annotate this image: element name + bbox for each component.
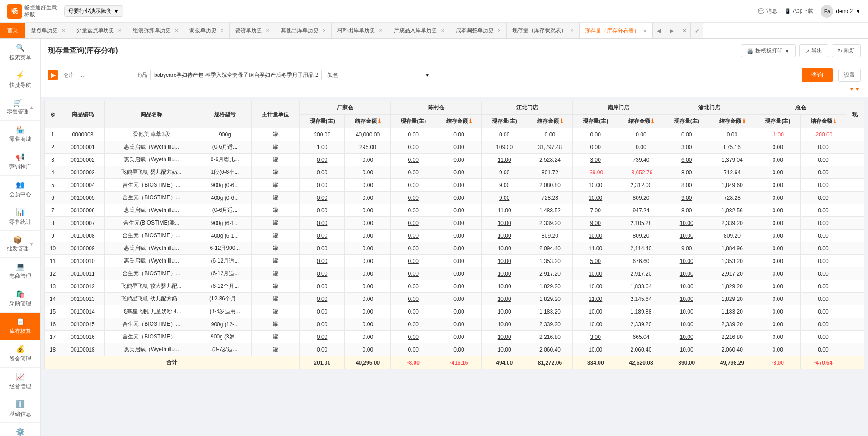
sidebar-item-ops[interactable]: 📈 经营管理 bbox=[0, 368, 40, 395]
cell-f-amount: 0.00 bbox=[345, 293, 391, 305]
tab-cstadj[interactable]: 成本调整单历史 ✕ bbox=[450, 23, 507, 39]
sidebar-item-retail-stat[interactable]: 📊 零售统计 bbox=[0, 203, 40, 231]
tab-close-icon[interactable]: ✕ bbox=[175, 28, 178, 33]
cell-na-amount: 2,105.28 bbox=[618, 217, 664, 230]
col-f-stock: 现存量(主) bbox=[299, 115, 345, 128]
search-bar: ▶ 仓库 商品 颜色 ▼ 查询 设置 bbox=[41, 63, 868, 97]
cell-jb-amount: 1,353.20 bbox=[527, 255, 573, 267]
refresh-icon: ↻ bbox=[838, 48, 842, 54]
sidebar-item-mall[interactable]: 🏪 零售商城 bbox=[0, 121, 40, 148]
cell-seq: 11 bbox=[45, 255, 61, 267]
cell-na-stock: 5.00 bbox=[573, 255, 618, 267]
total-row: 合计 201.00 40,295.00 -8.00 -416.16 494.00… bbox=[45, 356, 864, 369]
cell-jb-stock: 10.00 bbox=[481, 343, 527, 356]
table-row: 10 00100009 惠氏启赋（Wyeth illu... 6-12月900.… bbox=[45, 242, 864, 255]
cell-c-stock: 0.00 bbox=[391, 280, 436, 293]
tab-zzcx[interactable]: 组装拆卸单历史 ✕ bbox=[127, 23, 184, 39]
expand-conditions-btn[interactable]: ▼▼ bbox=[849, 86, 861, 92]
sidebar-item-ecommerce[interactable]: 💻 电商管理 bbox=[0, 258, 40, 285]
cell-c-stock: 0.00 bbox=[391, 154, 436, 166]
search-btn[interactable]: 查询 bbox=[802, 68, 833, 82]
cell-f-amount: 0.00 bbox=[345, 217, 391, 230]
tab-arrow-right[interactable]: ▶ bbox=[665, 23, 678, 39]
cell-extra bbox=[846, 128, 864, 141]
cell-t-stock: 0.00 bbox=[755, 192, 801, 204]
tab-yohuo[interactable]: 要货单历史 ✕ bbox=[230, 23, 275, 39]
export-btn[interactable]: ↗ 导出 bbox=[799, 44, 828, 57]
tab-stock-state[interactable]: 现存量（库存状况表） ✕ bbox=[507, 23, 580, 39]
cell-seq: 10 bbox=[45, 242, 61, 255]
cell-extra bbox=[846, 204, 864, 217]
cell-c-amount: 0.00 bbox=[436, 179, 481, 192]
total-yb-stock: 390.00 bbox=[664, 356, 709, 369]
cell-extra bbox=[846, 166, 864, 179]
message-btn[interactable]: 💬 消息 bbox=[758, 7, 777, 15]
tab-arrow-left[interactable]: ◀ bbox=[652, 23, 665, 39]
cell-na-amount: 739.40 bbox=[618, 154, 664, 166]
cell-c-amount: 0.00 bbox=[436, 343, 481, 356]
sidebar: 🔍 搜索英单 ⚡ 快捷导航 🛒 零售管理 ▲ 🏪 零售商城 📢 营销推广 👥 会… bbox=[0, 39, 41, 436]
tab-close-icon[interactable]: ✕ bbox=[266, 28, 269, 33]
tab-close-icon[interactable]: ✕ bbox=[118, 28, 122, 33]
tab-close-icon[interactable]: ✕ bbox=[570, 28, 574, 33]
cell-unit: 罐 bbox=[251, 166, 299, 179]
sidebar-item-search[interactable]: 🔍 搜索英单 bbox=[0, 39, 40, 66]
tab-close-icon[interactable]: ✕ bbox=[643, 28, 646, 33]
total-t-amount: -470.64 bbox=[800, 356, 846, 369]
tab-qther[interactable]: 其他出库单历史 ✕ bbox=[275, 23, 332, 39]
cell-jb-amount: 1,183.20 bbox=[527, 305, 573, 318]
cell-extra bbox=[846, 293, 864, 305]
sidebar-item-purchase[interactable]: 🛍️ 采购管理 bbox=[0, 285, 40, 313]
setting-btn[interactable]: 设置 bbox=[838, 69, 861, 82]
cell-na-stock: 10.00 bbox=[573, 179, 618, 192]
tab-prdrk[interactable]: 产成品入库单历史 ✕ bbox=[388, 23, 450, 39]
tab-close-all[interactable]: ✕ bbox=[678, 23, 690, 39]
color-input[interactable] bbox=[341, 70, 422, 80]
sidebar-item-wholesale[interactable]: 📦 批发管理 ▼ bbox=[0, 231, 40, 258]
tab-matck[interactable]: 材料出库单历史 ✕ bbox=[332, 23, 388, 39]
tab-close-icon[interactable]: ✕ bbox=[220, 28, 224, 33]
cell-f-amount: 40,000.00 bbox=[345, 128, 391, 141]
cell-jb-amount: 0.00 bbox=[527, 128, 573, 141]
sidebar-item-member[interactable]: 👥 会员中心 bbox=[0, 176, 40, 203]
refresh-btn[interactable]: ↻ 刷新 bbox=[832, 44, 861, 57]
org-selector[interactable]: 母婴行业演示陈套 ▼ bbox=[64, 5, 123, 17]
sidebar-item-quicknav[interactable]: ⚡ 快捷导航 bbox=[0, 66, 40, 94]
tab-stock-dist[interactable]: 现存量（库存分布表） ✕ bbox=[580, 23, 652, 39]
goods-input[interactable] bbox=[150, 70, 322, 80]
tab-close-icon[interactable]: ✕ bbox=[322, 28, 326, 33]
cell-c-stock: 0.00 bbox=[391, 318, 436, 331]
cell-f-stock: 0.00 bbox=[299, 293, 345, 305]
sidebar-item-marketing[interactable]: 📢 营销推广 bbox=[0, 148, 40, 176]
cell-na-stock: 0.00 bbox=[573, 141, 618, 154]
top-right: 💬 消息 📱 App下载 Ea demo2 ▼ bbox=[758, 5, 861, 18]
cell-spec: 900g (3岁... bbox=[198, 331, 251, 343]
sidebar-item-inventory[interactable]: 📋 库存核算 bbox=[0, 313, 40, 340]
user-menu[interactable]: Ea demo2 ▼ bbox=[821, 5, 861, 18]
sidebar-item-sysconf[interactable]: ⚙️ 系统管理 bbox=[0, 423, 40, 436]
tab-dibo[interactable]: 调拨单历史 ✕ bbox=[184, 23, 230, 39]
tab-close-icon[interactable]: ✕ bbox=[61, 28, 65, 33]
tab-pand[interactable]: 盘点单历史 ✕ bbox=[25, 23, 71, 39]
tab-close-icon[interactable]: ✕ bbox=[441, 28, 444, 33]
cell-yb-amount: 1,884.96 bbox=[709, 242, 755, 255]
tab-home[interactable]: 首页 bbox=[0, 23, 25, 39]
cell-c-amount: 0.00 bbox=[436, 280, 481, 293]
toggle-expand-btn[interactable]: ▶ bbox=[48, 70, 58, 80]
col-c-stock: 现存量(主) bbox=[391, 115, 436, 128]
sidebar-item-baseinfo[interactable]: ℹ️ 基础信息 bbox=[0, 395, 40, 423]
sidebar-item-finance[interactable]: 💰 资金管理 bbox=[0, 340, 40, 368]
cell-name: 惠氏启赋（Wyeth illu... bbox=[104, 154, 198, 166]
retail-stat-icon: 📊 bbox=[16, 208, 25, 216]
tab-flpand[interactable]: 分量盘点单历史 ✕ bbox=[71, 23, 127, 39]
print-btn[interactable]: 🖨️ 按模板打印 ▼ bbox=[741, 44, 796, 57]
tab-expand[interactable]: ⤢ bbox=[690, 23, 703, 39]
tab-close-icon[interactable]: ✕ bbox=[379, 28, 382, 33]
app-download-btn[interactable]: 📱 App下载 bbox=[784, 7, 813, 15]
warehouse-input[interactable] bbox=[77, 70, 131, 80]
cell-c-stock: 0.00 bbox=[391, 293, 436, 305]
cell-yb-amount: 1,829.20 bbox=[709, 293, 755, 305]
tab-close-icon[interactable]: ✕ bbox=[497, 28, 501, 33]
cell-t-stock: -1.00 bbox=[755, 128, 801, 141]
sidebar-item-retail[interactable]: 🛒 零售管理 ▲ bbox=[0, 94, 40, 121]
